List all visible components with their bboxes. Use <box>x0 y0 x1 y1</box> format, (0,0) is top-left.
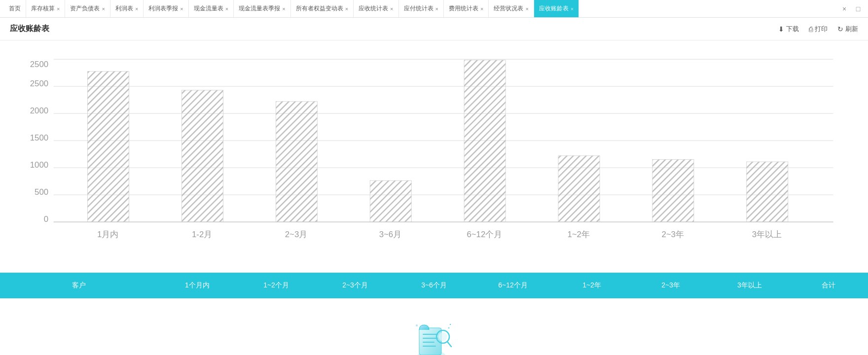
svg-text:1-2月: 1-2月 <box>192 230 212 239</box>
bar-2-3年 <box>652 159 694 222</box>
header-actions: ⬇ 下载 ⎙ 打印 ↻ 刷新 <box>778 25 858 34</box>
tab-balance[interactable]: 资产负债表 × <box>65 0 110 18</box>
col-header-3plus-year: 3年以上 <box>710 273 789 298</box>
col-header-total: 合计 <box>789 273 868 298</box>
tab-ap-stat[interactable]: 应付统计表 × <box>399 0 444 18</box>
col-header-1-2month: 1~2个月 <box>237 273 316 298</box>
tab-close-cashflow-quarter[interactable]: × <box>282 6 285 12</box>
tab-inventory[interactable]: 库存核算 × <box>26 0 65 18</box>
svg-text:2500: 2500 <box>30 60 48 69</box>
refresh-button[interactable]: ↻ 刷新 <box>837 25 858 34</box>
col-header-2-3month: 2~3个月 <box>316 273 395 298</box>
chart-area: 0 500 1000 1500 2000 2500 2500 <box>0 40 868 273</box>
tab-profit-quarter[interactable]: 利润表季报 × <box>144 0 188 18</box>
svg-text:3~6月: 3~6月 <box>379 230 401 239</box>
col-header-customer: 客户 <box>0 273 158 298</box>
empty-state <box>0 298 868 355</box>
window-controls: × □ <box>838 3 864 15</box>
tab-close-profit-quarter[interactable]: × <box>180 6 183 12</box>
svg-text:1~2年: 1~2年 <box>567 230 589 239</box>
tab-close-ar-aging[interactable]: × <box>571 6 574 12</box>
tab-close-profit[interactable]: × <box>135 6 138 12</box>
bar-chart: 0 500 1000 1500 2000 2500 2500 <box>20 50 848 261</box>
bar-1-2月 <box>181 90 223 222</box>
download-icon: ⬇ <box>778 25 784 33</box>
bar-6-12月 <box>464 60 506 222</box>
bar-1月内 <box>87 71 129 222</box>
table-header: 客户 1个月内 1~2个月 2~3个月 3~6个月 6~12个月 1~2年 2~… <box>0 273 868 298</box>
tab-close-cashflow[interactable]: × <box>225 6 228 12</box>
tab-close-ar-stat[interactable]: × <box>390 6 393 12</box>
svg-point-34 <box>448 327 450 328</box>
empty-state-icon <box>409 318 459 355</box>
tab-cashflow[interactable]: 现金流量表 × <box>189 0 234 18</box>
tab-cashflow-quarter[interactable]: 现金流量表季报 × <box>234 0 290 18</box>
svg-text:6~12个月: 6~12个月 <box>467 230 502 239</box>
col-header-2-3year: 2~3年 <box>631 273 710 298</box>
svg-text:2000: 2000 <box>30 106 48 115</box>
svg-text:2~3月: 2~3月 <box>285 230 307 239</box>
bar-1-2年 <box>558 156 600 222</box>
svg-text:1000: 1000 <box>30 160 48 170</box>
tab-operation[interactable]: 经营状况表 × <box>489 0 534 18</box>
page-title: 应收账龄表 <box>10 24 49 34</box>
col-header-6-12month: 6~12个月 <box>473 273 552 298</box>
bar-3年以上 <box>747 162 788 222</box>
svg-text:1月内: 1月内 <box>97 230 118 239</box>
tab-close-ap-stat[interactable]: × <box>435 6 438 12</box>
svg-text:2500: 2500 <box>30 79 48 88</box>
tab-profit[interactable]: 利润表 × <box>110 0 144 18</box>
bar-3-6月 <box>370 180 411 222</box>
col-header-1month: 1个月内 <box>158 273 237 298</box>
tab-bar: 首页 库存核算 × 资产负债表 × 利润表 × 利润表季报 × 现金流量表 × … <box>0 0 868 18</box>
svg-text:1500: 1500 <box>30 133 48 142</box>
svg-text:3年以上: 3年以上 <box>752 230 782 239</box>
tab-ar-aging[interactable]: 应收账龄表 × <box>534 0 579 18</box>
tab-close-operation[interactable]: × <box>525 6 528 12</box>
tab-close-inventory[interactable]: × <box>57 6 60 12</box>
close-window-icon[interactable]: × <box>838 3 850 15</box>
tab-close-balance[interactable]: × <box>102 6 105 12</box>
tab-equity[interactable]: 所有者权益变动表 × <box>291 0 354 18</box>
svg-text:0: 0 <box>44 214 48 224</box>
tab-home[interactable]: 首页 <box>4 0 26 18</box>
col-header-1-2year: 1~2年 <box>552 273 631 298</box>
maximize-window-icon[interactable]: □ <box>852 3 864 15</box>
svg-point-31 <box>438 332 447 341</box>
col-header-3-6month: 3~6个月 <box>395 273 473 298</box>
svg-text:2~3年: 2~3年 <box>661 230 684 239</box>
svg-line-32 <box>447 342 451 347</box>
print-icon: ⎙ <box>809 25 813 33</box>
svg-point-33 <box>416 324 418 326</box>
svg-text:500: 500 <box>35 187 48 197</box>
tab-expense-stat[interactable]: 费用统计表 × <box>444 0 489 18</box>
tab-ar-stat[interactable]: 应收统计表 × <box>354 0 398 18</box>
tab-close-expense-stat[interactable]: × <box>480 6 483 12</box>
page-header: 应收账龄表 ⬇ 下载 ⎙ 打印 ↻ 刷新 <box>0 18 868 40</box>
main-content: 0 500 1000 1500 2000 2500 2500 <box>0 40 868 355</box>
download-button[interactable]: ⬇ 下载 <box>778 25 799 34</box>
print-button[interactable]: ⎙ 打印 <box>809 25 828 34</box>
tab-close-equity[interactable]: × <box>345 6 348 12</box>
refresh-icon: ↻ <box>837 25 843 33</box>
bar-2-3月 <box>276 102 317 222</box>
